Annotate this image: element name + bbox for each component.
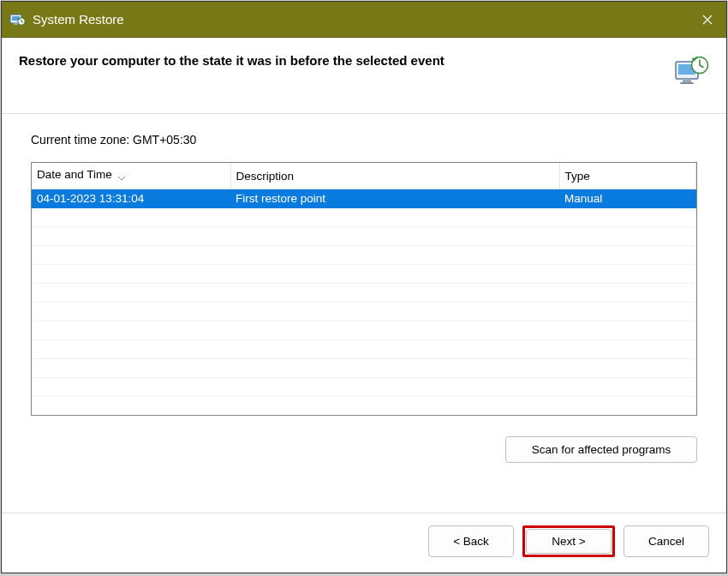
table-row: . [32,321,696,340]
table-row: . [32,265,696,284]
table-row: . [32,378,696,397]
scan-row: Scan for affected programs [31,436,697,463]
cell-description: First restore point [230,189,559,208]
column-header-date-time[interactable]: Date and Time [32,163,230,189]
column-header-description[interactable]: Description [230,163,559,189]
svg-rect-2 [14,23,18,25]
table-row: . [32,340,696,359]
table-row[interactable]: 04-01-2023 13:31:04 First restore point … [32,189,696,208]
table-row: . [32,303,696,321]
svg-rect-7 [680,82,694,84]
cancel-button[interactable]: Cancel [624,525,709,557]
page-header: Restore your computer to the state it wa… [2,38,726,114]
wizard-footer: < Back Next > Cancel [2,513,726,573]
cell-type: Manual [559,189,696,208]
window-title: System Restore [33,12,689,27]
table-header-row: Date and Time Description Type [32,163,696,189]
app-icon [9,11,26,28]
table-row: . [32,284,696,303]
restore-points-table[interactable]: Date and Time Description Type 04-01-202… [32,163,696,416]
table-row: . [32,359,696,378]
table-row: . [32,227,696,246]
cell-date-time: 04-01-2023 13:31:04 [32,189,230,208]
content-area: Current time zone: GMT+05:30 Date and Ti… [2,114,726,513]
restore-points-table-wrapper: Date and Time Description Type 04-01-202… [31,162,697,416]
back-button[interactable]: < Back [428,525,514,557]
close-button[interactable] [689,2,726,38]
sort-indicator-icon [117,171,126,183]
svg-rect-6 [683,79,691,82]
table-row: . [32,246,696,265]
timezone-label: Current time zone: GMT+05:30 [31,133,697,147]
next-button-highlight: Next > [522,525,615,557]
page-heading: Restore your computer to the state it wa… [19,53,445,68]
system-restore-window: System Restore Restore your computer to … [1,1,727,573]
table-row: . [32,397,696,416]
next-button[interactable]: Next > [526,529,612,554]
scan-affected-button[interactable]: Scan for affected programs [505,436,697,463]
restore-icon [673,53,709,89]
table-row: . [32,208,696,227]
titlebar: System Restore [2,2,726,38]
column-header-type[interactable]: Type [559,163,696,189]
